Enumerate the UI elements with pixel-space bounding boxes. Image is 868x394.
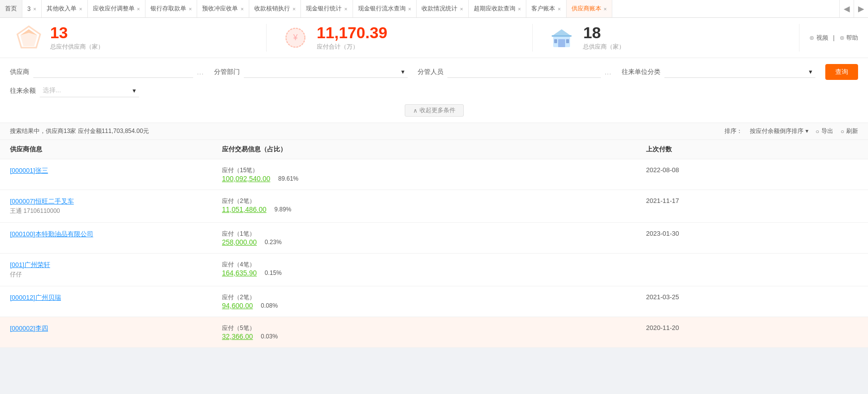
tx-info-1: 应付（2笔） 11,051,486.00 9.89% (222, 197, 646, 213)
tx-amount-4[interactable]: 94,600.00 (222, 302, 253, 310)
supplier-sub-1: 王通 17106110000 (10, 207, 222, 215)
supplier-link-3[interactable]: [001]广州荣轩 (10, 261, 50, 268)
stat-payable-total-label: 应付合计（万） (317, 43, 387, 51)
sort-label: 排序： (724, 127, 742, 135)
nav-advance-label: 预收冲应收单 (202, 4, 238, 13)
stat-total-suppliers-label: 总供应商（家） (583, 43, 625, 51)
nav-tab-3-close[interactable]: × (33, 6, 36, 12)
filter-balance-placeholder: 选择... (43, 86, 61, 95)
filter-supplier-input[interactable] (33, 66, 193, 78)
table-header: 供应商信息 应付交易信息（占比） 上次付数 (0, 140, 868, 159)
filter-dept-select[interactable]: ▾ (244, 66, 408, 78)
filter-category-select[interactable]: ▾ (664, 66, 816, 78)
table-row: [000001]张三 应付（15笔） 100,092,540.00 89.61%… (0, 159, 868, 190)
supplier-link-0[interactable]: [000001]张三 (10, 167, 48, 174)
nav-ap-adjust-close[interactable]: × (137, 6, 140, 12)
stat-total-suppliers-number: 18 (583, 25, 625, 41)
tx-amount-1[interactable]: 11,051,486.00 (222, 205, 267, 213)
nav-bank-deposit-close[interactable]: × (189, 6, 192, 12)
tx-row-4: 94,600.00 0.08% (222, 302, 646, 310)
result-bar: 搜索结果中，供应商13家 应付金额111,703,854.00元 排序： 按应付… (0, 123, 868, 140)
chevron-down-icon-2: ▾ (809, 68, 812, 75)
supplier-info-0: [000001]张三 (10, 166, 222, 175)
nav-cash-bank-flow-close[interactable]: × (408, 6, 411, 12)
nav-supplier-account-close[interactable]: × (604, 6, 607, 12)
tx-info-0: 应付（15笔） 100,092,540.00 89.61% (222, 166, 646, 183)
tx-percent-4: 0.08% (261, 302, 278, 309)
filter-person-input[interactable] (447, 66, 601, 78)
nav-overdue-close[interactable]: × (518, 6, 521, 12)
tx-percent-5: 0.03% (261, 333, 278, 340)
filter-row-1: 供应商 ... 分管部门 ▾ 分管人员 ... 往来单位分类 ▾ 查询 (10, 64, 858, 80)
nav-customer-account[interactable]: 客户账本 × (526, 0, 566, 17)
search-button[interactable]: 查询 (825, 64, 858, 80)
nav-overdue[interactable]: 超期应收款查询 × (469, 0, 526, 17)
supplier-link-2[interactable]: [000100]本特勤油品有限公司 (10, 230, 93, 238)
nav-collection-close[interactable]: × (292, 6, 295, 12)
nav-collection-stat-close[interactable]: × (460, 6, 463, 12)
svg-rect-10 (566, 39, 569, 43)
help-link[interactable]: ⊙ 帮助 (840, 34, 858, 42)
nav-supplier-account-label: 供应商账本 (572, 4, 601, 13)
tx-amount-0[interactable]: 100,092,540.00 (222, 175, 270, 183)
tx-percent-2: 0.23% (265, 239, 282, 246)
last-pay-0: 2022-08-08 (646, 166, 858, 174)
collapse-button[interactable]: ∧ 收起更多条件 (405, 104, 464, 117)
nav-advance-close[interactable]: × (240, 6, 243, 12)
stat-payable-suppliers-label: 总应付供应商（家） (50, 43, 104, 51)
filter-person-label: 分管人员 (418, 67, 443, 76)
table-row: [000007]恒旺二手叉车 王通 17106110000 应付（2笔） 11,… (0, 190, 868, 223)
supplier-sub-3: 仔仔 (10, 270, 222, 279)
tx-amount-2[interactable]: 258,000.00 (222, 238, 257, 246)
tx-info-2: 应付（1笔） 258,000.00 0.23% (222, 230, 646, 246)
tx-percent-1: 9.89% (275, 206, 291, 213)
svg-text:¥: ¥ (292, 33, 297, 42)
filter-person: 分管人员 ... (418, 66, 612, 78)
last-pay-1: 2021-11-17 (646, 197, 858, 204)
nav-supplier-account[interactable]: 供应商账本 × (567, 0, 612, 17)
tx-label-4: 应付（2笔） (222, 293, 646, 302)
result-actions: 排序： 按应付余额倒序排序 ▾ ○ 导出 ○ 刷新 (724, 127, 858, 135)
video-link[interactable]: ⊙ 视频 (809, 34, 828, 42)
filter-balance: 往来余额 选择... ▾ (10, 84, 139, 97)
nav-arrow-right[interactable]: ▶ (854, 0, 868, 17)
nav-bank-deposit[interactable]: 银行存取款单 × (145, 0, 197, 17)
nav-home[interactable]: 首页 (0, 0, 22, 17)
refresh-button[interactable]: ○ 刷新 (841, 127, 858, 135)
tx-label-5: 应付（5笔） (222, 324, 646, 332)
nav-cash-bank-stat[interactable]: 现金银行统计 × (301, 0, 353, 17)
nav-collection-stat[interactable]: 收款情况统计 × (417, 0, 468, 17)
supplier-link-4[interactable]: [000012]广州贝瑞 (10, 294, 61, 301)
nav-other-income-close[interactable]: × (79, 6, 82, 12)
nav-cash-bank-stat-close[interactable]: × (344, 6, 347, 12)
stat-payable-total-text: 11,170.39 应付合计（万） (317, 25, 387, 51)
sort-value[interactable]: 按应付余额倒序排序 ▾ (750, 127, 808, 135)
nav-ap-adjust[interactable]: 应收应付调整单 × (88, 0, 145, 17)
nav-other-income[interactable]: 其他收入单 × (42, 0, 87, 17)
nav-advance[interactable]: 预收冲应收单 × (197, 0, 249, 17)
top-navigation: 首页 3 × 其他收入单 × 应收应付调整单 × 银行存取款单 × 预收冲应收单… (0, 0, 868, 18)
filter-supplier-dots[interactable]: ... (197, 68, 204, 76)
export-button[interactable]: ○ 导出 (816, 127, 833, 135)
filter-dept-label: 分管部门 (214, 67, 240, 76)
nav-tab-3[interactable]: 3 × (22, 0, 42, 17)
nav-customer-account-label: 客户账本 (531, 4, 555, 13)
supplier-link-1[interactable]: [000007]恒旺二手叉车 (10, 197, 74, 205)
store-icon (548, 24, 576, 52)
chevron-down-icon: ▾ (401, 68, 405, 75)
tx-percent-0: 89.61% (278, 175, 298, 182)
filter-balance-select[interactable]: 选择... ▾ (40, 84, 139, 97)
supplier-link-5[interactable]: [000002]李四 (10, 325, 48, 332)
chevron-down-icon-3: ▾ (133, 87, 136, 94)
tx-amount-3[interactable]: 164,635.90 (222, 269, 257, 277)
nav-collection[interactable]: 收款核销执行 × (249, 0, 301, 17)
nav-cash-bank-flow[interactable]: 现金银行流水查询 × (353, 0, 417, 17)
tx-amount-5[interactable]: 32,366.00 (222, 332, 253, 340)
filter-person-dots[interactable]: ... (605, 68, 612, 76)
col-header-lastpay: 上次付数 (646, 145, 858, 154)
nav-customer-account-close[interactable]: × (558, 6, 561, 12)
nav-arrow-left[interactable]: ◀ (839, 0, 854, 17)
nav-tab-3-label: 3 (27, 5, 31, 12)
tx-row-5: 32,366.00 0.03% (222, 332, 646, 340)
tx-row-3: 164,635.90 0.15% (222, 269, 646, 277)
